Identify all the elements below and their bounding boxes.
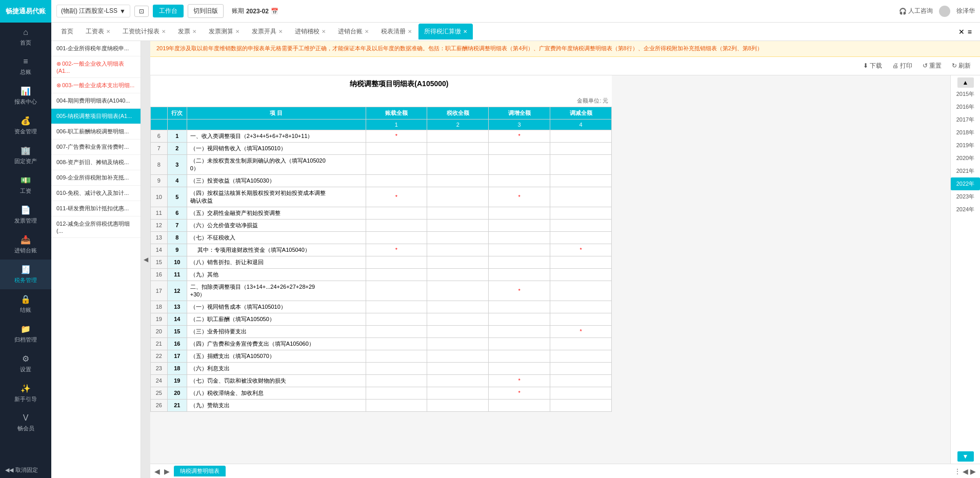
tab-close-salary-report[interactable]: ✕ bbox=[162, 29, 166, 34]
sidebar-item-tax[interactable]: 🧾 税务管理 bbox=[0, 260, 51, 289]
tab-close-input-ledger[interactable]: ✕ bbox=[365, 29, 369, 34]
close-all-icon[interactable]: ✕ bbox=[958, 28, 965, 36]
refresh-btn[interactable]: ↻ 刷新 bbox=[949, 60, 974, 72]
sidebar-item-input[interactable]: 📥 进销台账 bbox=[0, 230, 51, 260]
spreadsheet-wrapper[interactable]: 纳税调整项目明细表(A105000) bbox=[150, 75, 950, 464]
tab-close-invoice[interactable]: ✕ bbox=[192, 29, 196, 34]
tab-salary[interactable]: 工资表 ✕ bbox=[80, 24, 116, 39]
company-selector[interactable]: (物副) 江西股室-LSS ▼ bbox=[56, 5, 130, 17]
bottom-tab-label[interactable]: 纳税调整明细表 bbox=[174, 466, 226, 476]
sidebar-item-vip[interactable]: V 畅会员 bbox=[0, 408, 51, 437]
close-icon: 🔒 bbox=[21, 294, 31, 304]
col-f-sub: 4 bbox=[550, 119, 612, 130]
tab-close-income-tax[interactable]: ✕ bbox=[463, 29, 467, 34]
year-2017[interactable]: 2017年 bbox=[951, 113, 980, 126]
tabbar: 首页 工资表 ✕ 工资统计报表 ✕ 发票 ✕ 发票测算 ✕ 发票开具 ✕ 进销稽… bbox=[51, 23, 980, 41]
year-2018[interactable]: 2018年 bbox=[951, 126, 980, 139]
col-f-header: 调减全额 bbox=[550, 107, 612, 119]
f-6[interactable] bbox=[550, 130, 612, 142]
sidebar-item-close[interactable]: 🔒 结账 bbox=[0, 289, 51, 319]
sidebar-item-ledger[interactable]: ≡ 总账 bbox=[0, 52, 51, 81]
tab-salary-report[interactable]: 工资统计报表 ✕ bbox=[117, 24, 171, 39]
download-btn[interactable]: ⬇ 下载 bbox=[860, 60, 885, 72]
scroll-left-btn[interactable]: ◀ bbox=[963, 467, 968, 475]
sidebar-item-fixed[interactable]: 🏢 固定资产 bbox=[0, 141, 51, 170]
user-service-btn[interactable]: 🎧 人工咨询 bbox=[899, 7, 933, 15]
tab-close-input-tax[interactable]: ✕ bbox=[322, 29, 326, 34]
left-item-008[interactable]: 008-资产折旧、摊销及纳税... bbox=[51, 155, 141, 170]
print-btn[interactable]: 🖨 打印 bbox=[889, 60, 915, 72]
period-value: 2023-02 bbox=[246, 8, 269, 15]
next-sheet-btn[interactable]: ▶ bbox=[164, 467, 170, 475]
scroll-right-btn[interactable]: ▶ bbox=[970, 467, 976, 475]
switch-btn[interactable]: 切到旧版 bbox=[188, 4, 224, 18]
year-scroll-down[interactable]: ▼ bbox=[957, 451, 974, 462]
sidebar-item-salary[interactable]: 💵 工资 bbox=[0, 170, 51, 200]
year-2019[interactable]: 2019年 bbox=[951, 139, 980, 152]
left-item-005[interactable]: 005-纳税调整项目明细表(A1... bbox=[51, 109, 141, 124]
sidebar-item-reports[interactable]: 📊 报表中心 bbox=[0, 81, 51, 111]
item-6[interactable]: 一、收入类调整项目（2+3+4+5+6+7+8+10+11） bbox=[187, 130, 366, 142]
calendar-icon[interactable]: 📅 bbox=[271, 8, 278, 15]
tab-label-home: 首页 bbox=[61, 27, 73, 36]
table-row: 22 17 （五）捐赠支出（填写A105070） bbox=[151, 350, 612, 362]
left-item-006[interactable]: 006-职工薪酬纳税调整明细... bbox=[51, 124, 141, 140]
collapse-panel-btn[interactable]: ◀ bbox=[141, 41, 150, 478]
tab-input-ledger[interactable]: 进销台账 ✕ bbox=[332, 24, 374, 39]
tab-input-tax[interactable]: 进销稽校 ✕ bbox=[289, 24, 331, 39]
c-6[interactable]: * bbox=[366, 130, 427, 142]
left-item-001[interactable]: 001-企业所得税年度纳税申... bbox=[51, 41, 141, 56]
print-icon: 🖨 bbox=[892, 62, 898, 69]
left-item-004[interactable]: 004-期间费用明细表(A1040... bbox=[51, 93, 141, 109]
sidebar-item-archive[interactable]: 📁 归档管理 bbox=[0, 319, 51, 349]
ledger-icon: ≡ bbox=[23, 57, 28, 66]
sidebar-item-guide[interactable]: ✨ 新手引导 bbox=[0, 379, 51, 408]
year-2015[interactable]: 2015年 bbox=[951, 88, 980, 101]
tab-close-invoice-calc[interactable]: ✕ bbox=[235, 29, 239, 34]
sidebar-item-settings[interactable]: ⚙ 设置 bbox=[0, 349, 51, 379]
col-b-header: 项 目 bbox=[187, 107, 366, 119]
tab-close-tax-clear[interactable]: ✕ bbox=[408, 29, 412, 34]
col-e-header: 调增全额 bbox=[489, 107, 550, 119]
tab-invoice[interactable]: 发票 ✕ bbox=[172, 24, 202, 39]
pin-toggle[interactable]: ◀◀ 取消固定 bbox=[0, 462, 51, 478]
left-item-010[interactable]: 010-免税、减计收入及加计... bbox=[51, 186, 141, 201]
more-tabs-icon[interactable]: ≡ bbox=[968, 28, 972, 36]
sidebar-item-assets[interactable]: 💰 资金管理 bbox=[0, 111, 51, 141]
copy-btn[interactable]: ⊡ bbox=[134, 6, 149, 17]
left-item-012[interactable]: 012-减免企业所得税优惠明细(... bbox=[51, 216, 141, 238]
left-item-007[interactable]: 007-广告费和业务宣传费时... bbox=[51, 140, 141, 155]
left-item-011[interactable]: 011-研发费用加计抵扣优惠... bbox=[51, 201, 141, 216]
year-2024[interactable]: 2024年 bbox=[951, 203, 980, 216]
tab-income-tax[interactable]: 所得税汇算缴 ✕ bbox=[418, 24, 473, 39]
tab-tax-clear[interactable]: 税表清册 ✕ bbox=[375, 24, 417, 39]
tab-home[interactable]: 首页 bbox=[55, 24, 79, 39]
sidebar-label-close: 结账 bbox=[20, 306, 31, 314]
tab-invoice-open[interactable]: 发票开具 ✕ bbox=[246, 24, 288, 39]
tab-label-tax-clear: 税表清册 bbox=[381, 27, 406, 36]
sidebar-item-invoice[interactable]: 📄 发票管理 bbox=[0, 200, 51, 230]
left-item-009[interactable]: 009-企业所得税附加补充抵... bbox=[51, 170, 141, 186]
d-6[interactable] bbox=[427, 130, 489, 142]
year-2016[interactable]: 2016年 bbox=[951, 101, 980, 113]
year-2020[interactable]: 2020年 bbox=[951, 152, 980, 165]
sidebar-label-guide: 新手引导 bbox=[14, 395, 37, 403]
e-6[interactable]: * bbox=[489, 130, 550, 142]
salary-icon: 💵 bbox=[21, 175, 31, 185]
username: 徐泽华 bbox=[956, 7, 975, 15]
tab-close-invoice-open[interactable]: ✕ bbox=[278, 29, 283, 34]
year-2023[interactable]: 2023年 bbox=[951, 190, 980, 203]
left-item-003[interactable]: ⊗003-一般企业成本支出明细... bbox=[51, 78, 141, 93]
tab-invoice-calc[interactable]: 发票测算 ✕ bbox=[203, 24, 245, 39]
col-rownum-header bbox=[151, 107, 168, 119]
sidebar-item-home[interactable]: ⌂ 首页 bbox=[0, 23, 51, 52]
left-item-002[interactable]: ⊗002-一般企业收入明细表(A1... bbox=[51, 56, 141, 78]
prev-sheet-btn[interactable]: ◀ bbox=[154, 467, 160, 475]
tab-close-salary[interactable]: ✕ bbox=[106, 29, 110, 34]
year-2022[interactable]: 2022年 bbox=[951, 177, 980, 190]
year-2021[interactable]: 2021年 bbox=[951, 165, 980, 177]
year-scroll-up[interactable]: ▲ bbox=[957, 77, 974, 88]
reset-btn[interactable]: ↺ 重置 bbox=[919, 60, 945, 72]
workspace-btn[interactable]: 工作台 bbox=[153, 5, 184, 17]
sidebar: 畅捷通易代账 ⌂ 首页 ≡ 总账 📊 报表中心 💰 资金管理 🏢 固定资产 💵 … bbox=[0, 0, 51, 478]
